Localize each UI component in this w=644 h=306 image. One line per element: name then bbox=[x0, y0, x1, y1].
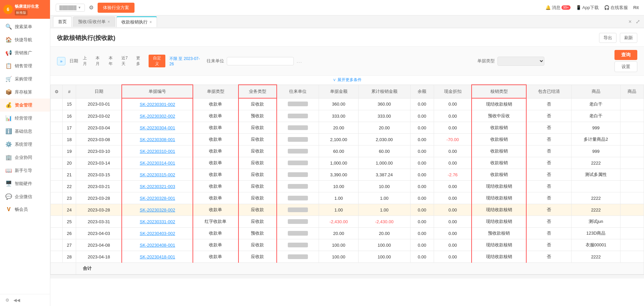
table-cell[interactable]: SK-20230310-001 bbox=[122, 145, 193, 157]
sidebar-nav: 🔍 搜索菜单 🏠 快捷导航 📢 营销推广 📋 销售管理 🛒 采购管理 📦 库存核… bbox=[0, 19, 50, 294]
filter-settings-button[interactable]: 设置 bbox=[614, 61, 637, 72]
table-cell: 100.00 bbox=[319, 239, 358, 251]
sidebar-item-sales[interactable]: 📋 销售管理 bbox=[0, 59, 50, 72]
sidebar-item-search[interactable]: 🔍 搜索菜单 bbox=[0, 20, 50, 33]
notifications[interactable]: 🔔 消息 99+ bbox=[545, 5, 571, 11]
app-download[interactable]: 📱 App下载 bbox=[576, 5, 599, 11]
settings-icon[interactable]: ⚙ bbox=[5, 298, 9, 303]
table-cell: 应收款 bbox=[238, 192, 277, 204]
sidebar-item-finance[interactable]: 💰 资金管理 bbox=[0, 99, 50, 112]
industry-solution-button[interactable]: 体验行业方案 bbox=[98, 3, 135, 13]
counterpart-input[interactable] bbox=[227, 57, 294, 65]
page-actions: 导出 刷新 bbox=[599, 33, 637, 43]
table-cell[interactable]: SK-20230403-002 bbox=[122, 228, 193, 239]
table-cell bbox=[51, 204, 63, 216]
table-cell: 333.00 bbox=[319, 110, 358, 122]
table-cell: 2023-03-10 bbox=[76, 145, 122, 157]
sidebar-item-enterprise[interactable]: 🏢 企业协同 bbox=[0, 151, 50, 164]
more-date-btn[interactable]: 更多 bbox=[134, 55, 146, 67]
custom-date-button[interactable]: 自定义 bbox=[149, 55, 165, 67]
table-row: 222023-03-21SK-20230321-003收款单应收款█████10… bbox=[51, 181, 644, 192]
sidebar-item-operation[interactable]: 📊 经营管理 bbox=[0, 112, 50, 125]
table-cell[interactable]: SK-20230308-001 bbox=[122, 134, 193, 145]
expand-more-conditions[interactable]: ∨ 展开更多条件 bbox=[50, 76, 644, 84]
table-cell: 收款核销 bbox=[472, 157, 526, 169]
sidebar-item-search-label: 搜索菜单 bbox=[15, 24, 32, 30]
company-selector[interactable]: ██████ ▼ bbox=[56, 4, 85, 12]
user-menu[interactable]: Rit bbox=[633, 5, 639, 10]
table-cell[interactable]: SK-20230408-001 bbox=[122, 239, 193, 251]
last-7-days-btn[interactable]: 近7天 bbox=[119, 55, 133, 67]
date-filter-label: 日期 bbox=[69, 58, 78, 64]
tab-expand-button[interactable]: ⤢ bbox=[634, 17, 641, 26]
sidebar-item-shortcut[interactable]: 🏠 快捷导航 bbox=[0, 33, 50, 46]
expand-label: ∨ 展开更多条件 bbox=[333, 77, 361, 82]
filter-counterpart-section: 往来单位 ... bbox=[207, 57, 473, 65]
query-button[interactable]: 查询 bbox=[614, 50, 637, 60]
table-scrollbar[interactable] bbox=[50, 274, 644, 279]
sidebar-item-basic[interactable]: ℹ️ 基础信息 bbox=[0, 125, 50, 138]
filter-bar: » 日期 上月 本月 本年 近7天 更多 自定义 不限 至 2023-07-26… bbox=[50, 47, 644, 76]
export-button[interactable]: 导出 bbox=[599, 33, 616, 43]
table-cell bbox=[620, 192, 644, 204]
table-cell: 应收款 bbox=[238, 98, 277, 110]
tab-prepay-close[interactable]: × bbox=[108, 19, 110, 24]
sidebar-item-guide[interactable]: 📖 新手引导 bbox=[0, 164, 50, 177]
table-cell: █████ bbox=[277, 228, 319, 239]
sidebar-item-system[interactable]: ⚙️ 系统管理 bbox=[0, 138, 50, 151]
main-content: ██████ ▼ ⚙ 体验行业方案 🔔 消息 99+ 📱 App下载 🎧 在线客… bbox=[50, 0, 644, 306]
table-cell: 否 bbox=[526, 239, 571, 251]
sidebar-item-marketing[interactable]: 📢 营销推广 bbox=[0, 46, 50, 59]
username-text: Rit bbox=[633, 5, 639, 10]
table-cell: 应收款 bbox=[238, 181, 277, 192]
last-month-btn[interactable]: 上月 bbox=[81, 55, 92, 67]
tab-writeoff[interactable]: 收款核销执行 × bbox=[116, 16, 157, 27]
table-cell[interactable]: SK-20230328-002 bbox=[122, 204, 193, 216]
this-year-btn[interactable]: 本年 bbox=[107, 55, 118, 67]
table-cell[interactable]: SK-20230328-001 bbox=[122, 192, 193, 204]
table-cell bbox=[620, 98, 644, 110]
table-cell[interactable]: SK-20230304-001 bbox=[122, 122, 193, 134]
table-cell[interactable]: SK-20230321-003 bbox=[122, 181, 193, 192]
table-cell: 1.00 bbox=[319, 192, 358, 204]
receipt-type-select[interactable] bbox=[497, 57, 544, 66]
page-content: 收款核销执行(按收款) 导出 刷新 » 日期 上月 本月 本年 近7天 更多 自… bbox=[50, 28, 644, 306]
table-cell: 现结收款核销 bbox=[472, 204, 526, 216]
table-cell[interactable]: SK-20230418-001 bbox=[122, 251, 193, 263]
filter-toggle-button[interactable]: » bbox=[57, 57, 65, 65]
online-service[interactable]: 🎧 在线客服 bbox=[604, 5, 628, 11]
table-cell: 360.00 bbox=[319, 98, 358, 110]
col-header-gear[interactable]: ⚙ bbox=[51, 85, 63, 98]
table-cell: 100.00 bbox=[319, 251, 358, 263]
collapse-icon[interactable]: ◀◀ bbox=[13, 298, 20, 303]
table-cell[interactable]: SK-20230314-001 bbox=[122, 157, 193, 169]
this-month-btn[interactable]: 本月 bbox=[94, 55, 105, 67]
sidebar-item-purchase[interactable]: 🛒 采购管理 bbox=[0, 72, 50, 85]
gear-icon[interactable]: ⚙ bbox=[89, 4, 94, 11]
table-cell: 123D商品 bbox=[572, 228, 620, 239]
tab-home[interactable]: 首页 bbox=[53, 16, 72, 27]
app-logo-icon: 6 bbox=[3, 5, 13, 14]
table-cell: 1,000.00 bbox=[319, 157, 358, 169]
tab-close-all-button[interactable]: × bbox=[627, 17, 633, 26]
sidebar-item-member[interactable]: V 畅会员 bbox=[0, 203, 50, 216]
table-cell: 现结收款核销 bbox=[472, 216, 526, 228]
table-cell bbox=[51, 98, 63, 110]
refresh-button[interactable]: 刷新 bbox=[620, 33, 637, 43]
sidebar-item-inventory[interactable]: 📦 库存核算 bbox=[0, 85, 50, 99]
table-cell: 应收款 bbox=[238, 216, 277, 228]
table-cell: 收款单 bbox=[193, 251, 238, 263]
table-cell[interactable]: SK-20230331-002 bbox=[122, 216, 193, 228]
tab-writeoff-close[interactable]: × bbox=[150, 20, 152, 24]
table-cell: █████ bbox=[277, 134, 319, 145]
tab-prepay[interactable]: 预收/应收付单 × bbox=[73, 16, 115, 27]
table-cell[interactable]: SK-20230315-002 bbox=[122, 169, 193, 181]
table-cell: 0.00 bbox=[410, 134, 434, 145]
topbar: ██████ ▼ ⚙ 体验行业方案 🔔 消息 99+ 📱 App下载 🎧 在线客… bbox=[50, 0, 644, 15]
table-cell: 收款单 bbox=[193, 169, 238, 181]
table-cell[interactable]: SK-20230302-002 bbox=[122, 110, 193, 122]
app-name: 畅康道好生意 标推版 bbox=[15, 4, 39, 15]
sidebar-item-wechat[interactable]: 💬 企业微信 bbox=[0, 190, 50, 203]
table-cell[interactable]: SK-20230301-002 bbox=[122, 98, 193, 110]
sidebar-item-hardware[interactable]: 🖥️ 智能硬件 bbox=[0, 177, 50, 190]
